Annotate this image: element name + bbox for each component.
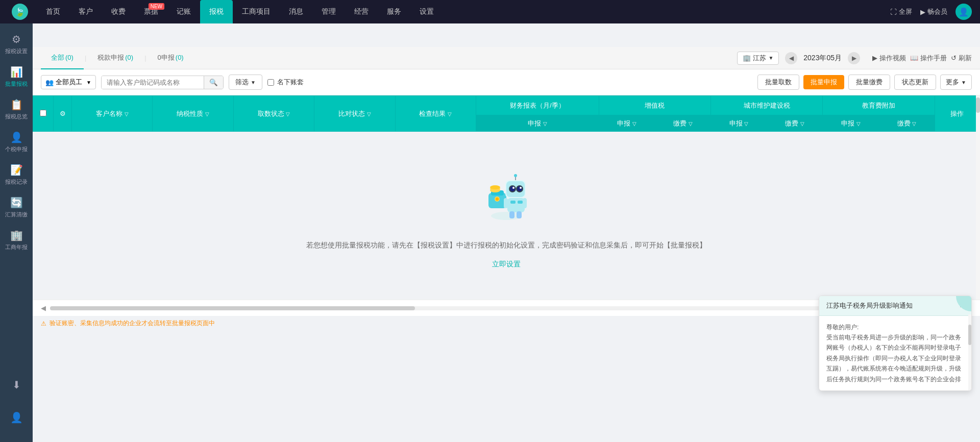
filter-icon: ▽	[448, 111, 452, 117]
col-edu-group: 教育费附加	[823, 96, 935, 115]
scrollbar-thumb	[976, 97, 980, 113]
nav-item-设置[interactable]: 设置	[410, 0, 443, 23]
logo[interactable]: 🍃	[8, 0, 32, 23]
sidebar-item-6[interactable]: 🏢工商年报	[0, 224, 33, 256]
setup-link[interactable]: 立即设置	[492, 260, 521, 269]
search-button[interactable]: 🔍	[204, 76, 223, 89]
user-avatar[interactable]: 👤	[955, 4, 972, 20]
more-button[interactable]: 更多 ▼	[940, 75, 972, 90]
notification-title: 江苏电子税务局升级影响通知	[826, 301, 913, 310]
search-input[interactable]	[102, 76, 204, 89]
sidebar-item-0[interactable]: ⚙报税设置	[0, 28, 33, 60]
nav-item-票据[interactable]: 票据NEW	[135, 0, 167, 23]
data-table: ⚙ 客户名称 ▽ 纳税性质 ▽ 取数状态 ▽	[33, 95, 980, 132]
table-container: ⚙ 客户名称 ▽ 纳税性质 ▽ 取数状态 ▽	[33, 95, 980, 132]
filter-icon: ▽	[689, 121, 693, 127]
sidebar-item-2[interactable]: 📋报税总览	[0, 93, 33, 126]
col-vat-pay: 缴费 ▽	[655, 115, 711, 132]
vertical-scrollbar[interactable]	[976, 95, 980, 300]
filter-icon: ▽	[632, 121, 636, 127]
nav-item-首页[interactable]: 首页	[37, 0, 69, 23]
tab-label-1: 税款申报	[97, 53, 124, 62]
tab-item-0[interactable]: 全部(0)	[41, 47, 84, 69]
nav-item-记账[interactable]: 记账	[167, 0, 200, 23]
status-update-button[interactable]: 状态更新	[894, 75, 936, 90]
fullscreen-button[interactable]: ⛶ 全屏	[890, 7, 912, 16]
col-tax-type: 纳税性质 ▽	[153, 96, 233, 132]
tab-bar: 全部(0)|税款申报(0)|0申报(0) 🏢江苏▼ ◀ 2023年05月 ▶ ▶…	[33, 47, 980, 69]
col-checkbox	[33, 96, 54, 132]
employee-select[interactable]: 👥 全部员工 ▼	[41, 75, 96, 89]
nav-item-报税[interactable]: 报税	[200, 0, 233, 23]
filter-icon: ▽	[800, 121, 804, 127]
sidebar-item-download[interactable]: ⬇	[0, 369, 33, 401]
employee-select-icon: 👥	[45, 79, 54, 86]
sidebar-item-1[interactable]: 📊批量报税	[0, 60, 33, 93]
filter-chevron-icon: ▼	[251, 80, 256, 85]
batch-declare-button[interactable]: 批量申报	[803, 75, 844, 89]
notification-body: 尊敬的用户: 受当前电子税务局进一步升级的影响，同一个政务网账号（办税人）名下的…	[819, 316, 971, 390]
nav-item-管理[interactable]: 管理	[312, 0, 345, 23]
vip-icon: ▶	[920, 8, 925, 16]
under-account-checkbox-label[interactable]: 名下账套	[267, 78, 304, 87]
col-fetch-status: 取数状态 ▽	[233, 96, 314, 132]
svg-point-17	[514, 174, 517, 177]
nav-item-工商项目[interactable]: 工商项目	[233, 0, 280, 23]
filter-icon: ▽	[856, 121, 861, 127]
region-select-button[interactable]: 🏢江苏▼	[737, 52, 779, 65]
col-operation: 操作	[935, 96, 979, 132]
filter-icon: ▽	[744, 121, 748, 127]
top-nav: 🍃 首页客户收费票据NEW记账报税工商项目消息管理经营服务设置 ⛶ 全屏 ▶ 畅…	[0, 0, 980, 23]
empty-state: 若您想使用批量报税功能，请先在【报税设置】中进行报税的初始化设置，完成密码验证和…	[33, 132, 980, 300]
tab-item-1[interactable]: 税款申报(0)	[87, 47, 143, 69]
search-box: 🔍	[101, 76, 224, 89]
batch-pay-button[interactable]: 批量缴费	[848, 75, 890, 90]
region-chevron-icon: ▼	[768, 55, 773, 61]
vip-button[interactable]: ▶ 畅会员	[920, 7, 947, 16]
operation-video-button[interactable]: ▶ 操作视频	[872, 54, 906, 63]
prev-month-button[interactable]: ◀	[785, 52, 797, 64]
batch-fetch-button[interactable]: 批量取数	[757, 75, 799, 90]
svg-rect-23	[504, 198, 508, 208]
sidebar-label-2: 报税总览	[5, 113, 28, 120]
sidebar-label-0: 报税设置	[5, 47, 28, 55]
nav-items: 首页客户收费票据NEW记账报税工商项目消息管理经营服务设置	[37, 0, 890, 23]
svg-point-13	[517, 186, 522, 191]
refresh-button[interactable]: ↺ 刷新	[951, 54, 972, 63]
operation-manual-button[interactable]: 📖 操作手册	[910, 54, 947, 63]
notification-text: 尊敬的用户: 受当前电子税务局进一步升级的影响，同一个政务网账号（办税人）名下的…	[826, 322, 964, 384]
sidebar: ⚙报税设置📊批量报税📋报税总览👤个税申报📝报税记录🔄汇算清缴🏢工商年报 ⬇ 👤	[0, 23, 33, 442]
sidebar-item-5[interactable]: 🔄汇算清缴	[0, 191, 33, 224]
nav-item-收费[interactable]: 收费	[102, 0, 135, 23]
nav-item-客户[interactable]: 客户	[69, 0, 102, 23]
nav-item-服务[interactable]: 服务	[378, 0, 410, 23]
notification-scrollbar[interactable]	[968, 314, 971, 390]
next-month-button[interactable]: ▶	[848, 52, 860, 64]
notification-close-button[interactable]: ×	[960, 301, 964, 310]
region-selector: 🏢江苏▼ ◀ 2023年05月 ▶	[737, 52, 860, 65]
toolbar-right: 批量取数 批量申报 批量缴费 状态更新 更多 ▼	[757, 75, 972, 90]
svg-rect-19	[510, 201, 516, 204]
col-edu-pay: 缴费 ▽	[879, 115, 935, 132]
sidebar-item-4[interactable]: 📝报税记录	[0, 158, 33, 191]
sidebar-label-6: 工商年报	[5, 243, 28, 251]
filter-icon: ▽	[367, 111, 371, 117]
nav-item-消息[interactable]: 消息	[280, 0, 312, 23]
svg-rect-20	[518, 201, 523, 204]
sidebar-item-3[interactable]: 👤个税申报	[0, 126, 33, 158]
select-all-checkbox[interactable]	[40, 110, 46, 116]
sidebar-item-profile[interactable]: 👤	[0, 401, 33, 434]
tab-label-2: 0申报	[158, 53, 175, 62]
under-account-checkbox[interactable]	[267, 79, 274, 86]
filter-button[interactable]: 筛选 ▼	[229, 75, 262, 90]
sidebar-icon-4: 📝	[10, 164, 23, 176]
tab-item-2[interactable]: 0申报(0)	[148, 47, 194, 69]
filter-icon: ▽	[912, 121, 916, 127]
col-edu-declare: 申报 ▽	[823, 115, 879, 132]
toolbar: 👥 全部员工 ▼ 🔍 筛选 ▼ 名下账套 批量取数 批量申报 批量缴费 状态更新…	[33, 69, 980, 95]
svg-rect-24	[523, 198, 527, 208]
current-month: 2023年05月	[803, 54, 842, 63]
profile-icon: 👤	[10, 411, 23, 424]
nav-item-经营[interactable]: 经营	[345, 0, 378, 23]
col-gear: ⚙	[54, 96, 72, 132]
